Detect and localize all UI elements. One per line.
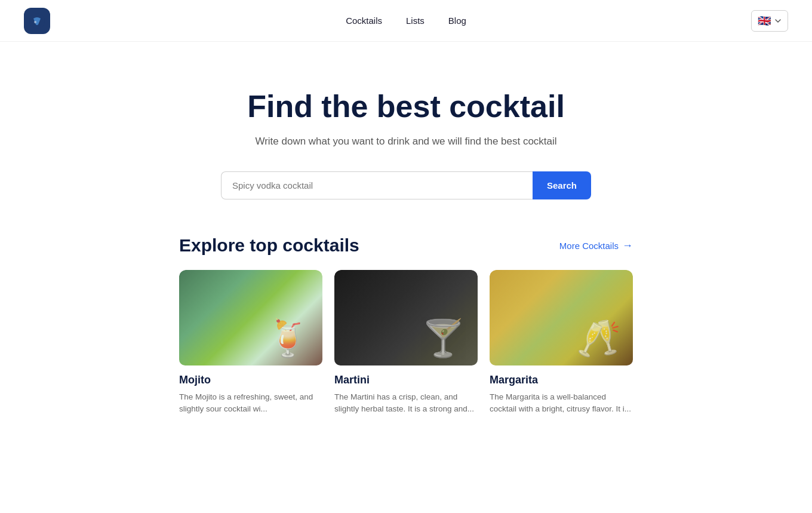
navbar: Cocktails Lists Blog 🇬🇧 (0, 0, 812, 42)
explore-title: Explore top cocktails (179, 235, 359, 256)
card-desc-martini: The Martini has a crisp, clean, and slig… (334, 391, 478, 416)
nav-links: Cocktails Lists Blog (346, 16, 466, 26)
card-image-margarita (490, 270, 633, 365)
card-title-mojito: Mojito (179, 374, 322, 386)
cocktail-card-margarita[interactable]: Margarita The Margarita is a well-balanc… (490, 270, 633, 416)
card-content-martini: Martini The Martini has a crisp, clean, … (334, 365, 478, 416)
card-desc-margarita: The Margarita is a well-balanced cocktai… (490, 391, 633, 416)
hero-section: Find the best cocktail Write down what y… (0, 42, 812, 235)
explore-section: Explore top cocktails More Cocktails → M… (167, 235, 645, 451)
app-logo[interactable] (24, 8, 50, 34)
more-cocktails-link[interactable]: More Cocktails → (559, 239, 633, 252)
nav-lists[interactable]: Lists (406, 16, 425, 26)
nav-cocktails[interactable]: Cocktails (346, 16, 382, 26)
explore-header: Explore top cocktails More Cocktails → (179, 235, 633, 256)
card-content-mojito: Mojito The Mojito is a refreshing, sweet… (179, 365, 322, 416)
arrow-icon: → (622, 239, 633, 252)
flag-icon: 🇬🇧 (758, 14, 771, 27)
card-image-martini (334, 270, 478, 365)
cocktail-card-mojito[interactable]: Mojito The Mojito is a refreshing, sweet… (179, 270, 322, 416)
hero-title: Find the best cocktail (247, 90, 565, 124)
language-selector[interactable]: 🇬🇧 (751, 10, 788, 32)
cocktail-cards-grid: Mojito The Mojito is a refreshing, sweet… (179, 270, 633, 416)
nav-blog[interactable]: Blog (448, 16, 466, 26)
more-cocktails-label: More Cocktails (559, 241, 619, 251)
card-content-margarita: Margarita The Margarita is a well-balanc… (490, 365, 633, 416)
hero-subtitle: Write down what you want to drink and we… (255, 136, 556, 148)
cocktail-card-martini[interactable]: Martini The Martini has a crisp, clean, … (334, 270, 478, 416)
card-title-margarita: Margarita (490, 374, 633, 386)
svg-point-1 (34, 21, 36, 23)
search-bar: Search (221, 171, 591, 199)
chevron-down-icon (774, 17, 782, 24)
search-button[interactable]: Search (533, 171, 591, 199)
card-title-martini: Martini (334, 374, 478, 386)
card-desc-mojito: The Mojito is a refreshing, sweet, and s… (179, 391, 322, 416)
search-input[interactable] (221, 171, 533, 199)
card-image-mojito (179, 270, 322, 365)
